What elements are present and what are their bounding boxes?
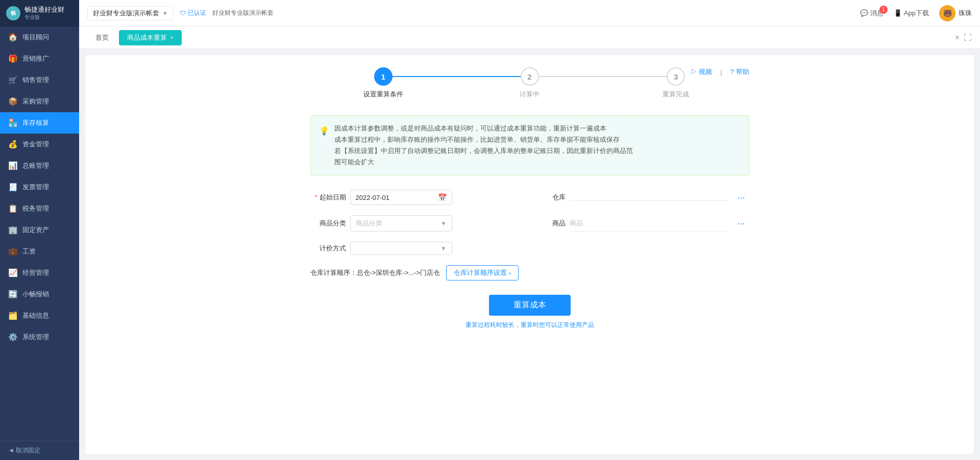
sidebar-label-marketing: 营销推广 [22, 54, 49, 63]
stepper-actions: ▷ 视频 | ? 帮助 [691, 67, 749, 76]
phone-icon: 📱 [894, 9, 902, 17]
sidebar-item-sales[interactable]: 🛒 销售管理 [0, 69, 79, 91]
warehouse-input[interactable] [570, 194, 729, 201]
goods-input[interactable]: 商品 [570, 216, 729, 232]
play-icon: ▷ [691, 68, 697, 75]
message-btn[interactable]: 💬 消息 1 [860, 9, 884, 18]
sidebar-header: 畅 畅捷通好业财 专业版 [0, 0, 79, 27]
sidebar-label-sales: 销售管理 [22, 75, 49, 85]
sidebar-item-inventory[interactable]: 🏪 库存核算 [0, 112, 79, 134]
info-line-4: 围可能会扩大 [334, 157, 633, 168]
sidebar-item-accounting[interactable]: 📊 总账管理 [0, 155, 79, 176]
warning-icon: 💡 [319, 124, 329, 168]
warehouse-order-label: 仓库计算顺序：总仓->深圳仓库->...->门店仓 [310, 268, 440, 277]
step-2: 2 计算中 [456, 67, 603, 99]
sidebar-nav: 🏠 项目顾问 🎁 营销推广 🛒 销售管理 📦 采购管理 🏪 库存核算 💰 资金管… [0, 27, 79, 441]
start-date-input[interactable]: 2022-07-01 📅 [350, 190, 452, 205]
category-chevron-icon: ▼ [441, 220, 447, 226]
goods-more-icon[interactable]: ··· [733, 218, 749, 229]
stepper: 1 设置重算条件 2 计算中 3 重算完成 [310, 67, 749, 99]
sidebar-item-finance[interactable]: 💰 资金管理 [0, 134, 79, 155]
sidebar-item-purchase[interactable]: 📦 采购管理 [0, 91, 79, 112]
sidebar-item-tax[interactable]: 📋 税务管理 [0, 198, 79, 219]
sidebar-item-salary[interactable]: 💼 工资 [0, 241, 79, 262]
step-2-circle: 2 [521, 67, 539, 86]
warehouse-order-btn-label: 仓库计算顺序设置 [454, 268, 507, 277]
goods-label: 商品 [540, 219, 566, 228]
user-name: 珠珠 [959, 9, 972, 18]
step-1-label: 设置重算条件 [363, 90, 403, 99]
calendar-icon: 📅 [438, 193, 447, 201]
form-row-warehouse-order: 仓库计算顺序：总仓->深圳仓库->...->门店仓 仓库计算顺序设置 › [310, 265, 749, 280]
sidebar-item-system[interactable]: ⚙️ 系统管理 [0, 326, 79, 348]
warehouse-more-icon[interactable]: ··· [733, 192, 749, 203]
sidebar-icon-sales: 🛒 [8, 75, 17, 85]
form-row-2: 商品分类 商品分类 ▼ 商品 商品 ··· [310, 215, 749, 232]
main-area: 好业财专业版演示帐套 ▼ 🛡 已认证 好业财专业版演示帐套 💬 消息 1 📱 A… [79, 0, 980, 460]
user-profile[interactable]: 🐻 珠珠 [939, 5, 972, 21]
sidebar-unpin-btn[interactable]: ◄ 取消固定 [0, 441, 79, 460]
sidebar-icon-basic: 🗂️ [8, 311, 17, 320]
close-window-icon[interactable]: × [955, 33, 960, 42]
goods-placeholder: 商品 [570, 219, 583, 227]
step-2-label: 计算中 [520, 90, 540, 99]
tab-close-icon[interactable]: × [170, 34, 174, 41]
sidebar-icon-marketing: 🎁 [8, 54, 17, 63]
sidebar-label-purchase: 采购管理 [22, 97, 49, 106]
account-chevron-icon: ▼ [162, 10, 168, 16]
sidebar-label-invoice: 发票管理 [22, 183, 49, 192]
message-badge: 1 [879, 6, 888, 14]
sidebar-title-block: 畅捷通好业财 专业版 [24, 6, 64, 21]
goods-group: 商品 商品 ··· [520, 216, 749, 232]
app-download-btn[interactable]: 📱 App下载 [894, 9, 929, 18]
sidebar-item-operations[interactable]: 📈 经营管理 [0, 262, 79, 284]
pricing-select[interactable]: ▼ [350, 242, 452, 255]
info-line-1: 因成本计算参数调整，或是对商品成本有疑问时，可以通过成本重算功能，重新计算一遍成… [334, 123, 633, 134]
main-content: 1 设置重算条件 2 计算中 3 重算完成 ▷ 视频 [85, 55, 974, 454]
form-row-3: 计价方式 ▼ [310, 242, 749, 255]
message-icon: 💬 [860, 9, 868, 17]
sidebar-icon-operations: 📈 [8, 268, 17, 277]
info-line-3: 若【系统设置】中启用了自动调整记账日期时，会调整入库单的整单记账日期，因此重新计… [334, 145, 633, 157]
recalc-section: 重算成本 重算过程耗时较长，重算时您可以正常使用产品 [310, 295, 749, 329]
sidebar-label-expense: 小畅报销 [22, 290, 49, 299]
sidebar-item-marketing[interactable]: 🎁 营销推广 [0, 48, 79, 69]
sidebar-item-invoice[interactable]: 🧾 发票管理 [0, 176, 79, 198]
step-1-circle: 1 [374, 67, 393, 86]
sidebar: 畅 畅捷通好业财 专业版 🏠 项目顾问 🎁 营销推广 🛒 销售管理 📦 采购管理… [0, 0, 79, 460]
sidebar-icon-project: 🏠 [8, 33, 17, 42]
sidebar-label-salary: 工资 [22, 247, 36, 256]
sidebar-logo: 畅 [6, 6, 20, 20]
sidebar-icon-assets: 🏢 [8, 225, 17, 235]
info-text: 因成本计算参数调整，或是对商品成本有疑问时，可以通过成本重算功能，重新计算一遍成… [334, 123, 633, 168]
sidebar-item-basic[interactable]: 🗂️ 基础信息 [0, 305, 79, 326]
sidebar-label-accounting: 总账管理 [22, 161, 49, 170]
start-date-value: 2022-07-01 [356, 194, 390, 201]
sidebar-unpin-label: ◄ 取消固定 [8, 446, 40, 455]
step-3-circle: 3 [667, 67, 685, 86]
video-label: 视频 [699, 68, 712, 75]
expand-window-icon[interactable]: ⛶ [964, 33, 972, 42]
tab-home[interactable]: 首页 [87, 30, 117, 45]
video-link[interactable]: ▷ 视频 [691, 67, 713, 76]
verified-account-name: 好业财专业版演示帐套 [212, 9, 274, 17]
help-link[interactable]: ? 帮助 [730, 67, 749, 76]
recalc-btn[interactable]: 重算成本 [489, 295, 571, 316]
tab-cost-recalc[interactable]: 商品成本重算 × [119, 30, 182, 45]
category-select[interactable]: 商品分类 ▼ [350, 215, 452, 232]
sidebar-item-project[interactable]: 🏠 项目顾问 [0, 27, 79, 48]
account-switcher[interactable]: 好业财专业版演示帐套 ▼ [87, 6, 174, 20]
tab-bar: 首页 商品成本重算 × × ⛶ [79, 27, 980, 49]
info-line-2: 成本重算过程中，影响库存账的操作均不能操作，比如进货单、销货单、库存单据不能审核… [334, 134, 633, 145]
account-name: 好业财专业版演示帐套 [93, 9, 159, 18]
sidebar-icon-salary: 💼 [8, 247, 17, 256]
warehouse-order-btn[interactable]: 仓库计算顺序设置 › [446, 265, 519, 280]
required-star: * [315, 193, 317, 201]
category-placeholder: 商品分类 [356, 219, 382, 228]
verified-label: 已认证 [188, 9, 206, 17]
start-date-label: * 起始日期 [310, 193, 346, 202]
sidebar-item-expense[interactable]: 🔄 小畅报销 [0, 284, 79, 305]
sidebar-label-project: 项目顾问 [22, 33, 49, 42]
start-date-group: * 起始日期 2022-07-01 📅 [310, 190, 520, 205]
sidebar-item-assets[interactable]: 🏢 固定资产 [0, 219, 79, 241]
